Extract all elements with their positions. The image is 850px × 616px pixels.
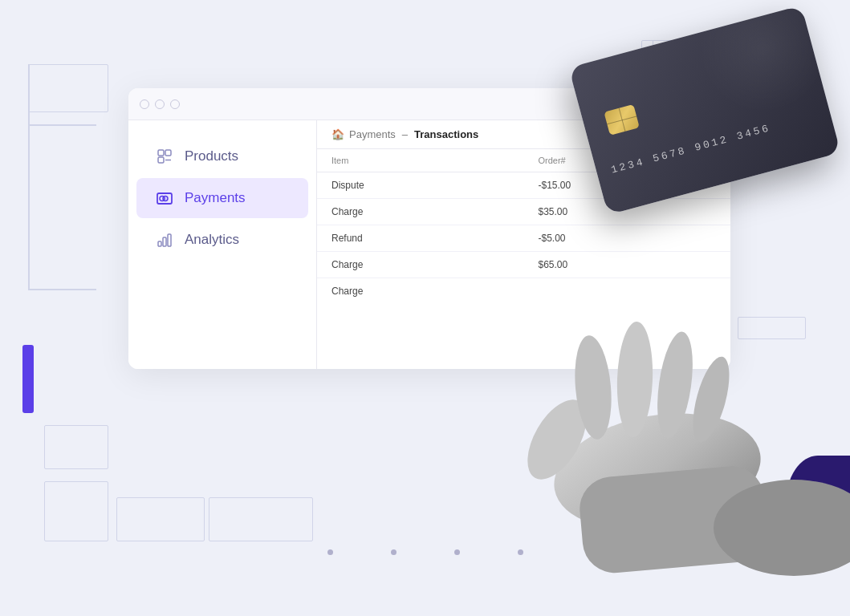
dot-2: [391, 549, 397, 555]
breadcrumb-page: Transactions: [414, 128, 478, 140]
dot-3: [454, 549, 460, 555]
cell-item: Charge: [317, 199, 523, 225]
table-row: Charge$65.00: [317, 252, 730, 278]
svg-point-11: [515, 390, 598, 488]
cell-order: $65.00: [523, 252, 730, 278]
svg-rect-1: [165, 150, 171, 156]
titlebar-dot-2: [155, 99, 165, 109]
card-shine: [685, 6, 841, 128]
svg-rect-7: [158, 241, 161, 246]
cell-order: [523, 278, 730, 305]
home-icon: 🏠: [331, 128, 344, 140]
sidebar-item-payments[interactable]: Payments: [136, 178, 308, 218]
table-row: Refund-$5.00: [317, 225, 730, 252]
table-row: Charge$35.00: [317, 199, 730, 225]
deco-rect-5: [44, 481, 108, 541]
deco-rect-4: [209, 497, 313, 541]
deco-line-2: [28, 289, 96, 290]
bottom-dots: [327, 549, 523, 555]
dot-4: [518, 549, 523, 555]
breadcrumb-section: Payments: [349, 128, 396, 140]
products-label: Products: [185, 148, 238, 164]
titlebar-dot-1: [140, 99, 149, 109]
svg-rect-9: [168, 234, 171, 246]
deco-rect-2: [44, 425, 108, 469]
table-row: Charge: [317, 278, 730, 305]
svg-point-10: [545, 398, 770, 545]
cell-item: Charge: [317, 252, 523, 278]
payments-icon: [156, 189, 173, 207]
analytics-icon: [156, 231, 173, 249]
analytics-label: Analytics: [185, 232, 239, 248]
svg-rect-0: [158, 150, 164, 156]
col-item: Item: [317, 149, 523, 172]
titlebar-dot-3: [170, 99, 180, 109]
svg-rect-2: [158, 157, 164, 163]
deco-rect-1: [28, 64, 108, 112]
credit-card: 1234 5678 9012 3456: [569, 6, 841, 215]
sidebar: Products Payments: [128, 120, 317, 369]
sidebar-item-products[interactable]: Products: [136, 136, 308, 176]
deco-rect-3: [116, 497, 205, 541]
breadcrumb-separator: –: [402, 128, 408, 140]
deco-rect-right-mid: [738, 317, 806, 339]
deco-line-1: [28, 124, 96, 126]
payments-label: Payments: [185, 190, 246, 206]
card-number: 1234 5678 9012 3456: [610, 110, 818, 176]
cell-item: Charge: [317, 278, 523, 305]
cell-item: Refund: [317, 225, 523, 252]
card-chip: [604, 104, 639, 136]
cell-order: -$5.00: [523, 225, 730, 252]
svg-rect-16: [577, 464, 770, 576]
deco-line-v-1: [28, 64, 30, 289]
cell-item: Dispute: [317, 172, 523, 199]
dark-circle-accent: [786, 456, 850, 552]
products-icon: [156, 148, 173, 165]
svg-rect-8: [163, 237, 166, 246]
accent-bar: [22, 345, 34, 413]
svg-point-6: [163, 197, 168, 201]
sidebar-item-analytics[interactable]: Analytics: [136, 220, 308, 260]
dot-1: [327, 549, 333, 555]
